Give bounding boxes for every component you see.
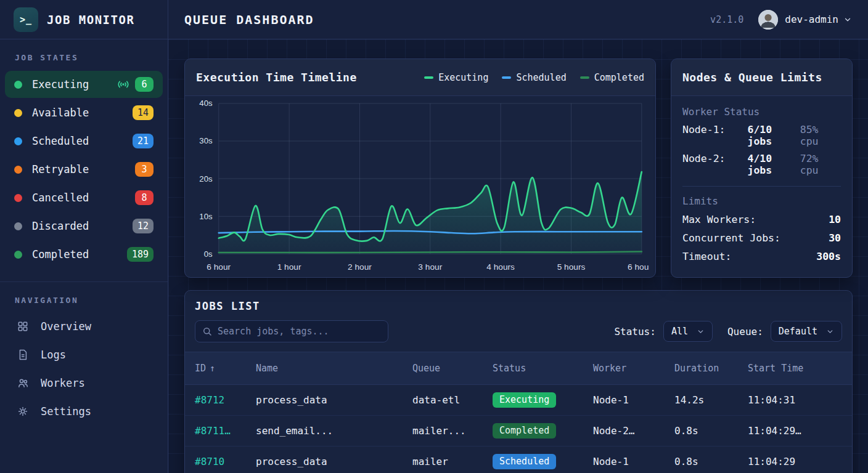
status-badge: Completed <box>493 423 556 439</box>
nav-label: Workers <box>41 377 85 389</box>
state-count-badge: 3 <box>135 162 154 177</box>
queue-filter-select[interactable]: Default <box>771 321 842 342</box>
legend-item-executing[interactable]: Executing <box>424 72 488 83</box>
column-header-name[interactable]: Name <box>256 363 412 374</box>
state-label: Discarded <box>32 220 89 232</box>
cell-start-time: 11:04:29 <box>748 456 852 467</box>
jobs-table: ID↑NameQueueStatusWorkerDurationStart Ti… <box>185 352 852 473</box>
state-count-badge: 12 <box>133 219 154 233</box>
cell-queue: mailer... <box>412 425 493 437</box>
jobs-list-card: JOBS LIST Status: All Que <box>184 290 853 473</box>
cell-worker: Node-2… <box>593 425 674 437</box>
topbar-right: v2.1.0 dev-admin <box>710 10 852 30</box>
people-icon <box>16 377 30 389</box>
nodes-card-header: Nodes & Queue Limits <box>671 59 852 96</box>
worker-status-rows: Node-1:6/10 jobs85% cpuNode-2:4/10 jobs7… <box>682 124 841 176</box>
sidebar-item-overview[interactable]: Overview <box>0 312 168 341</box>
timeline-card: Execution Time Timeline ExecutingSchedul… <box>184 59 656 278</box>
sidebar-item-logs[interactable]: Logs <box>0 341 168 369</box>
state-dot <box>14 166 22 174</box>
state-count-badge: 6 <box>135 77 154 92</box>
limits-rows: Max Workers:10Concurrent Jobs:30Timeout:… <box>682 214 841 262</box>
table-row[interactable]: #8710process_datamailerScheduledNode-10.… <box>185 447 852 473</box>
limit-label: Max Workers: <box>682 214 756 225</box>
column-header-queue[interactable]: Queue <box>412 363 493 374</box>
sidebar-item-scheduled[interactable]: Scheduled21 <box>5 127 163 155</box>
column-header-worker[interactable]: Worker <box>593 363 674 374</box>
cell-status: Scheduled <box>493 454 593 469</box>
svg-text:1 hour: 1 hour <box>277 262 301 272</box>
logo-glyph: >_ <box>20 14 32 25</box>
queue-filter-label: Queue: <box>727 326 763 338</box>
chart-legend: ExecutingScheduledCompleted <box>424 72 644 83</box>
limit-row: Max Workers:10 <box>682 214 841 225</box>
state-dot <box>14 109 22 117</box>
svg-text:4 hours: 4 hours <box>486 262 515 272</box>
job-states-section-label: JOB STATES <box>0 53 168 62</box>
cell-job-name: process_data <box>256 456 412 467</box>
svg-text:20s: 20s <box>199 174 213 184</box>
legend-item-scheduled[interactable]: Scheduled <box>502 72 566 83</box>
state-dot <box>14 194 22 202</box>
topbar: QUEUE DASHBOARD v2.1.0 dev-admin <box>168 0 868 39</box>
legend-swatch <box>424 76 433 79</box>
chevron-down-icon <box>697 328 705 336</box>
jobs-list-header: JOBS LIST Status: All Que <box>185 291 852 352</box>
sidebar-item-cancelled[interactable]: Cancelled8 <box>5 184 163 211</box>
search-input[interactable] <box>195 320 388 342</box>
column-header-id[interactable]: ID↑ <box>185 363 256 374</box>
version-label: v2.1.0 <box>710 14 743 25</box>
job-states-list: Executing6Available14Scheduled21Retryabl… <box>0 70 168 269</box>
svg-text:6 hour: 6 hour <box>207 262 231 272</box>
limit-value: 300s <box>816 251 841 262</box>
legend-item-completed[interactable]: Completed <box>580 72 644 83</box>
jobs-table-body: #8712process_datadata-etlExecutingNode-1… <box>185 385 852 473</box>
state-dot <box>14 137 22 145</box>
avatar[interactable] <box>758 10 778 30</box>
cell-worker: Node-1 <box>593 456 674 467</box>
column-header-status[interactable]: Status <box>493 363 593 374</box>
column-header-start-time[interactable]: Start Time <box>748 363 852 374</box>
filters: Status: All Queue: Default <box>614 321 842 342</box>
sidebar: JOB STATES Executing6Available14Schedule… <box>0 39 168 473</box>
nodes-divider <box>682 186 841 187</box>
cell-job-id[interactable]: #8710 <box>185 456 256 467</box>
svg-text:40s: 40s <box>199 99 213 108</box>
timeline-card-title: Execution Time Timeline <box>196 71 357 84</box>
cell-job-id[interactable]: #8711… <box>185 425 256 437</box>
sidebar-item-executing[interactable]: Executing6 <box>5 71 163 98</box>
sidebar-item-settings[interactable]: Settings <box>0 397 168 426</box>
sidebar-item-discarded[interactable]: Discarded12 <box>5 212 163 240</box>
sidebar-item-workers[interactable]: Workers <box>0 369 168 397</box>
page-title: QUEUE DASHBOARD <box>184 12 314 27</box>
app-root: >_ JOB MONITOR QUEUE DASHBOARD v2.1.0 de… <box>0 0 868 473</box>
nav-label: Overview <box>41 320 91 333</box>
user-menu-label[interactable]: dev-admin <box>785 14 838 25</box>
table-row[interactable]: #8712process_datadata-etlExecutingNode-1… <box>185 385 852 416</box>
cell-status: Completed <box>493 423 593 439</box>
top-row: Execution Time Timeline ExecutingSchedul… <box>184 59 853 278</box>
limits-label: Limits <box>682 195 841 207</box>
svg-text:30s: 30s <box>199 137 213 146</box>
sidebar-item-available[interactable]: Available14 <box>5 99 163 126</box>
gear-icon <box>16 405 30 418</box>
sort-arrow-icon: ↑ <box>210 363 215 374</box>
svg-text:2 hour: 2 hour <box>348 262 372 272</box>
svg-text:5 hours: 5 hours <box>557 262 586 272</box>
limit-row: Timeout:300s <box>682 251 841 262</box>
cell-duration: 14.2s <box>674 394 748 406</box>
sidebar-item-retryable[interactable]: Retryable3 <box>5 156 163 183</box>
table-row[interactable]: #8711…send_email...mailer...CompletedNod… <box>185 416 852 447</box>
grid-icon <box>16 320 30 333</box>
column-header-duration[interactable]: Duration <box>674 363 748 374</box>
sidebar-item-completed[interactable]: Completed189 <box>5 241 163 268</box>
nav-label: Settings <box>41 405 91 418</box>
worker-jobs: 6/10 jobs <box>748 124 800 147</box>
timeline-chart: 0s10s20s30s40s6 hour1 hour2 hour3 hour4 … <box>185 96 655 277</box>
chevron-down-icon[interactable] <box>843 15 852 24</box>
search-box <box>195 320 388 342</box>
status-filter-select[interactable]: All <box>663 321 713 342</box>
cell-job-id[interactable]: #8712 <box>185 394 256 406</box>
jobs-table-header-row: ID↑NameQueueStatusWorkerDurationStart Ti… <box>185 352 852 385</box>
nav-list: OverviewLogsWorkersSettings <box>0 312 168 426</box>
